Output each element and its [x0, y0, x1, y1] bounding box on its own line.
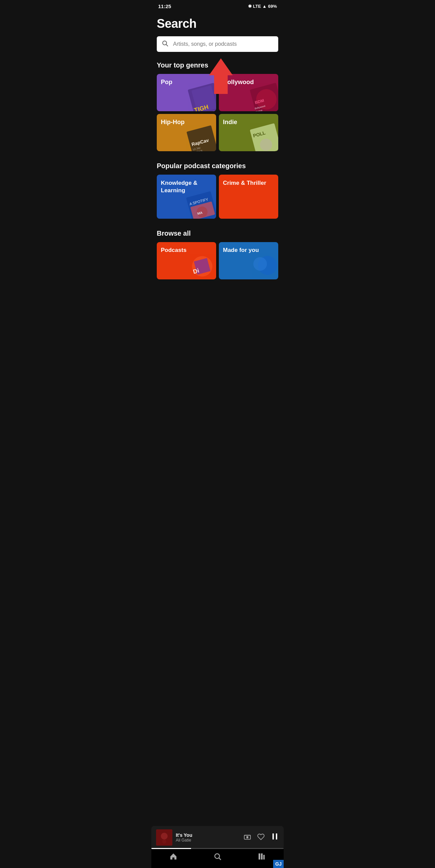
- now-playing-title: It's You: [176, 832, 240, 838]
- nav-item-search[interactable]: [213, 852, 222, 863]
- browse-all-title: Browse all: [157, 230, 278, 237]
- top-genres-title: Your top genres: [157, 61, 278, 69]
- nav-item-library[interactable]: [258, 852, 266, 863]
- browse-label-made-for-you: Made for you: [223, 247, 259, 254]
- main-content: Search Your top genres Pop: [151, 17, 284, 279]
- svg-rect-34: [247, 836, 248, 838]
- svg-point-37: [215, 854, 220, 859]
- library-icon: [258, 852, 266, 863]
- search-icon: [162, 40, 168, 48]
- status-time: 11:25: [158, 3, 171, 9]
- svg-point-31: [162, 840, 166, 844]
- nav-item-home[interactable]: [169, 852, 177, 863]
- podcast-label-crime: Crime & Thriller: [223, 179, 266, 187]
- search-bar-container: [157, 36, 278, 52]
- browse-card-podcasts[interactable]: Podcasts Di: [157, 242, 216, 279]
- genre-card-pop[interactable]: Pop TIGH TODAY: [157, 74, 216, 111]
- svg-rect-39: [259, 853, 260, 860]
- cast-icon[interactable]: [244, 833, 251, 842]
- podcast-grid: Knowledge & Learning A SPOTIFY MA Crime …: [157, 175, 278, 219]
- podcasts-art: Di: [186, 249, 216, 279]
- status-icons: ✱ LTE ▲ 69%: [248, 4, 277, 9]
- indie-art: POLL: [248, 121, 278, 151]
- heart-icon[interactable]: [257, 833, 265, 842]
- svg-line-1: [166, 44, 168, 46]
- status-bar: 11:25 ✱ LTE ▲ 69%: [151, 0, 284, 11]
- podcast-card-crime[interactable]: Crime & Thriller: [219, 175, 278, 219]
- now-playing-controls: [244, 832, 279, 843]
- signal-icon: ▲: [262, 4, 267, 9]
- genre-grid: Pop TIGH TODAY Bollywood BDM Bollywood: [157, 74, 278, 151]
- now-playing-thumbnail: [156, 829, 172, 846]
- genre-card-hiphop[interactable]: Hip-Hop RapCav Lil Jay & 6lack: [157, 114, 216, 151]
- bluetooth-icon: ✱: [248, 4, 252, 9]
- search-input[interactable]: [157, 36, 278, 52]
- svg-point-30: [161, 833, 168, 840]
- browse-label-podcasts: Podcasts: [161, 247, 187, 254]
- network-label: LTE: [253, 4, 261, 9]
- page-title: Search: [157, 17, 278, 31]
- genre-label-indie: Indie: [223, 119, 237, 126]
- pause-button[interactable]: [271, 832, 279, 843]
- gj-badge: GJ: [273, 860, 284, 868]
- podcast-label-knowledge: Knowledge & Learning: [161, 179, 212, 194]
- podcast-categories-title: Popular podcast categories: [157, 162, 278, 170]
- svg-rect-36: [276, 833, 277, 840]
- bottom-nav: [151, 849, 284, 868]
- genre-label-bollywood: Bollywood: [223, 79, 254, 86]
- genre-card-indie[interactable]: Indie POLL: [219, 114, 278, 151]
- pop-art: TIGH TODAY: [186, 81, 216, 111]
- now-playing-bar[interactable]: It's You Ali Gatie: [151, 826, 284, 849]
- svg-rect-35: [272, 833, 274, 840]
- now-playing-info: It's You Ali Gatie: [176, 832, 240, 843]
- hiphop-art: RapCav Lil Jay & 6lack: [186, 121, 216, 151]
- genre-label-pop: Pop: [161, 79, 172, 86]
- svg-line-38: [219, 858, 221, 860]
- svg-rect-40: [261, 853, 263, 860]
- browse-grid: Podcasts Di Made for you: [157, 242, 278, 279]
- genre-label-hiphop: Hip-Hop: [161, 119, 185, 126]
- home-icon: [169, 852, 177, 863]
- svg-rect-41: [263, 855, 265, 860]
- podcast-card-knowledge[interactable]: Knowledge & Learning A SPOTIFY MA: [157, 175, 216, 219]
- svg-rect-12: [186, 125, 216, 151]
- browse-card-made-for-you[interactable]: Made for you: [219, 242, 278, 279]
- genre-card-bollywood[interactable]: Bollywood BDM Bollywood Dance: [219, 74, 278, 111]
- search-nav-icon: [213, 852, 222, 863]
- now-playing-artist: Ali Gatie: [176, 838, 240, 843]
- battery-label: 69%: [268, 4, 277, 9]
